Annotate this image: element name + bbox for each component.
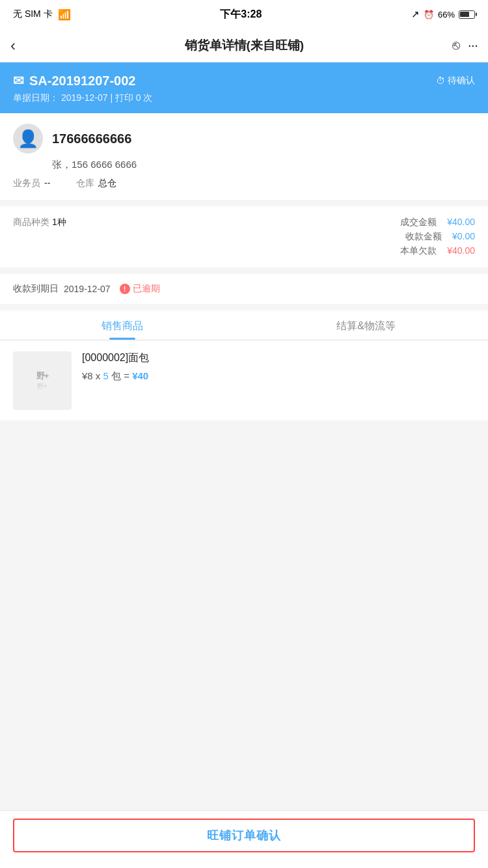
order-mail-icon: ✉ xyxy=(13,73,24,88)
received-amount-label: 收款金额 xyxy=(405,231,442,243)
clock-icon: ⏱ xyxy=(436,75,445,86)
wifi-icon: 📶 xyxy=(58,8,71,21)
order-number-row: ✉ SA-20191207-002 xyxy=(13,73,135,88)
overdue-text: 已逾期 xyxy=(133,283,160,295)
product-types-label: 商品种类 xyxy=(13,217,49,227)
page-title: 销货单详情(来自旺铺) xyxy=(36,37,452,54)
date-label: 单据日期： xyxy=(13,92,59,103)
salesperson-item: 业务员 -- xyxy=(13,178,50,189)
product-types-value: 1种 xyxy=(52,217,66,227)
order-date-row: 单据日期： 2019-12-07 | 打印 0 次 xyxy=(13,92,475,104)
product-types: 商品种类 1种 xyxy=(13,217,66,228)
price-multiply: x xyxy=(96,370,103,381)
carrier-text: 无 SIM 卡 xyxy=(13,8,53,20)
unit-price: ¥8 xyxy=(82,370,93,381)
product-thumbnail: 野+ 野+ xyxy=(13,351,72,410)
nav-bar: ‹ 销货单详情(来自旺铺) ⎋ ··· xyxy=(0,29,488,62)
status-time: 下午3:28 xyxy=(220,8,262,21)
share-icon[interactable]: ⎋ xyxy=(452,38,460,53)
owed-amount-label: 本单欠款 xyxy=(400,245,437,257)
back-button[interactable]: ‹ xyxy=(10,36,36,55)
print-text: | 打印 0 次 xyxy=(110,92,152,103)
product-name: [0000002]面包 xyxy=(82,351,475,365)
due-date-section: 收款到期日 2019-12-07 ! 已逾期 xyxy=(0,274,488,304)
product-item: 野+ 野+ [0000002]面包 ¥8 x 5 包 = ¥40 xyxy=(0,341,488,420)
overdue-badge: ! 已逾期 xyxy=(120,283,160,295)
tab-underline xyxy=(109,338,135,340)
battery-text: 66% xyxy=(438,10,455,20)
empty-content-area xyxy=(0,420,488,590)
nav-actions: ⎋ ··· xyxy=(452,37,478,54)
owed-amount-row: 本单欠款 ¥40.00 xyxy=(400,245,475,257)
status-right: ↗ ⏰ 66% xyxy=(411,8,475,20)
customer-section: 👤 17666666666 张，156 6666 6666 业务员 -- 仓库 … xyxy=(0,113,488,200)
customer-phone: 17666666666 xyxy=(52,131,131,146)
product-unit: 包 xyxy=(111,370,121,381)
location-icon: ↗ xyxy=(411,8,420,20)
received-amount-value: ¥0.00 xyxy=(452,231,475,243)
tabs: 销售商品 结算&物流等 xyxy=(0,310,488,340)
deal-amount-row: 成交金额 ¥40.00 xyxy=(400,217,475,228)
customer-meta: 业务员 -- 仓库 总仓 xyxy=(13,178,475,189)
product-price-row: ¥8 x 5 包 = ¥40 xyxy=(82,370,475,383)
confirm-order-button[interactable]: 旺铺订单确认 xyxy=(13,819,475,852)
deal-amount-value: ¥40.00 xyxy=(447,217,475,228)
deal-amount-label: 成交金额 xyxy=(400,217,437,228)
owed-amount-value: ¥40.00 xyxy=(447,245,475,257)
salesperson-label: 业务员 xyxy=(13,178,40,189)
price-equals: = xyxy=(124,370,132,381)
warehouse-label: 仓库 xyxy=(76,178,94,189)
warehouse-item: 仓库 总仓 xyxy=(76,178,116,189)
tab-sales-products[interactable]: 销售商品 xyxy=(0,310,244,340)
customer-name: 张，156 6666 6666 xyxy=(13,159,475,171)
order-header: ✉ SA-20191207-002 ⏱ 待确认 单据日期： 2019-12-07… xyxy=(0,62,488,113)
due-date-value: 2019-12-07 xyxy=(64,284,111,294)
more-icon[interactable]: ··· xyxy=(468,37,478,54)
tab-settlement[interactable]: 结算&物流等 xyxy=(244,310,488,340)
product-details: [0000002]面包 ¥8 x 5 包 = ¥40 xyxy=(82,351,475,383)
order-date: 2019-12-07 xyxy=(61,92,108,103)
status-left: 无 SIM 卡 📶 xyxy=(13,8,71,21)
avatar-icon: 👤 xyxy=(18,129,38,149)
battery-icon xyxy=(459,10,475,19)
product-logo-top: 野+ xyxy=(36,370,49,382)
overdue-dot-icon: ! xyxy=(120,284,130,294)
due-date-label: 收款到期日 xyxy=(13,283,59,295)
tab-settlement-label: 结算&物流等 xyxy=(336,320,396,331)
amount-stats: 成交金额 ¥40.00 收款金额 ¥0.00 本单欠款 ¥40.00 xyxy=(400,217,475,257)
product-qty: 5 xyxy=(103,370,109,381)
alarm-icon: ⏰ xyxy=(424,10,434,20)
product-total: ¥40 xyxy=(132,370,148,381)
received-amount-row: 收款金额 ¥0.00 xyxy=(405,231,475,243)
order-number-text: SA-20191207-002 xyxy=(29,74,135,88)
order-status-text: 待确认 xyxy=(448,75,475,87)
order-status-badge: ⏱ 待确认 xyxy=(436,75,475,87)
stats-section: 商品种类 1种 成交金额 ¥40.00 收款金额 ¥0.00 本单欠款 ¥40.… xyxy=(0,206,488,267)
status-bar: 无 SIM 卡 📶 下午3:28 ↗ ⏰ 66% xyxy=(0,0,488,29)
salesperson-value: -- xyxy=(44,178,50,189)
warehouse-value: 总仓 xyxy=(98,178,116,189)
customer-phone-row: 👤 17666666666 xyxy=(13,124,475,154)
bottom-action-bar: 旺铺订单确认 xyxy=(0,810,488,868)
product-logo-bottom: 野+ xyxy=(37,382,47,391)
tab-sales-label: 销售商品 xyxy=(102,320,143,331)
avatar: 👤 xyxy=(13,124,43,154)
